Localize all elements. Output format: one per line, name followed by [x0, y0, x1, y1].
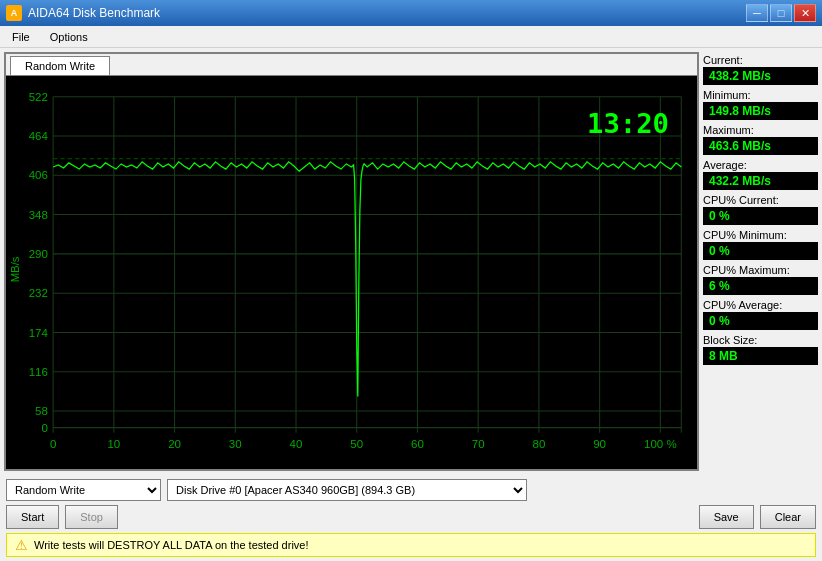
stat-average: Average: 432.2 MB/s — [703, 159, 818, 190]
title-bar-left: A AIDA64 Disk Benchmark — [6, 5, 160, 21]
minimize-button[interactable]: ─ — [746, 4, 768, 22]
drive-dropdown[interactable]: Disk Drive #0 [Apacer AS340 960GB] (894.… — [167, 479, 527, 501]
controls-row1: Random Write Sequential Read Sequential … — [6, 479, 816, 501]
stat-maximum: Maximum: 463.6 MB/s — [703, 124, 818, 155]
stat-cpu-maximum: CPU% Maximum: 6 % — [703, 264, 818, 295]
current-label: Current: — [703, 54, 818, 66]
svg-text:13:20: 13:20 — [587, 108, 669, 139]
cpu-minimum-value: 0 % — [703, 242, 818, 260]
tab-random-write[interactable]: Random Write — [10, 56, 110, 75]
svg-text:100 %: 100 % — [644, 438, 677, 450]
cpu-minimum-label: CPU% Minimum: — [703, 229, 818, 241]
stat-minimum: Minimum: 149.8 MB/s — [703, 89, 818, 120]
chart-area: 522 464 406 348 290 232 174 116 58 0 MB/… — [6, 76, 697, 469]
clear-button[interactable]: Clear — [760, 505, 816, 529]
menu-file[interactable]: File — [4, 29, 38, 45]
stat-cpu-average: CPU% Average: 0 % — [703, 299, 818, 330]
menu-options[interactable]: Options — [42, 29, 96, 45]
stat-cpu-current: CPU% Current: 0 % — [703, 194, 818, 225]
title-bar: A AIDA64 Disk Benchmark ─ □ ✕ — [0, 0, 822, 26]
current-value: 438.2 MB/s — [703, 67, 818, 85]
save-button[interactable]: Save — [699, 505, 754, 529]
cpu-average-value: 0 % — [703, 312, 818, 330]
stat-cpu-minimum: CPU% Minimum: 0 % — [703, 229, 818, 260]
cpu-current-label: CPU% Current: — [703, 194, 818, 206]
start-button[interactable]: Start — [6, 505, 59, 529]
svg-text:348: 348 — [29, 209, 48, 221]
warning-text: Write tests will DESTROY ALL DATA on the… — [34, 539, 309, 551]
svg-text:290: 290 — [29, 248, 48, 260]
chart-svg: 522 464 406 348 290 232 174 116 58 0 MB/… — [6, 76, 697, 469]
stop-button[interactable]: Stop — [65, 505, 118, 529]
svg-text:90: 90 — [593, 438, 606, 450]
svg-text:30: 30 — [229, 438, 242, 450]
svg-text:40: 40 — [290, 438, 303, 450]
svg-text:20: 20 — [168, 438, 181, 450]
content-area: Random Write — [0, 48, 822, 475]
maximum-label: Maximum: — [703, 124, 818, 136]
app-title: AIDA64 Disk Benchmark — [28, 6, 160, 20]
average-value: 432.2 MB/s — [703, 172, 818, 190]
cpu-maximum-value: 6 % — [703, 277, 818, 295]
close-button[interactable]: ✕ — [794, 4, 816, 22]
minimum-label: Minimum: — [703, 89, 818, 101]
svg-text:70: 70 — [472, 438, 485, 450]
block-size-label: Block Size: — [703, 334, 818, 346]
svg-text:60: 60 — [411, 438, 424, 450]
maximize-button[interactable]: □ — [770, 4, 792, 22]
test-type-dropdown[interactable]: Random Write Sequential Read Sequential … — [6, 479, 161, 501]
app-icon: A — [6, 5, 22, 21]
svg-text:174: 174 — [29, 327, 49, 339]
maximum-value: 463.6 MB/s — [703, 137, 818, 155]
block-size-value: 8 MB — [703, 347, 818, 365]
svg-text:116: 116 — [29, 366, 48, 378]
svg-text:0: 0 — [41, 422, 47, 434]
title-bar-buttons: ─ □ ✕ — [746, 4, 816, 22]
stat-block-size: Block Size: 8 MB — [703, 334, 818, 365]
warning-bar: ⚠ Write tests will DESTROY ALL DATA on t… — [6, 533, 816, 557]
chart-panel: Random Write — [4, 52, 699, 471]
svg-text:80: 80 — [533, 438, 546, 450]
chart-tabs: Random Write — [6, 54, 697, 76]
main-container: Random Write — [0, 48, 822, 561]
svg-text:522: 522 — [29, 91, 48, 103]
cpu-maximum-label: CPU% Maximum: — [703, 264, 818, 276]
svg-text:464: 464 — [29, 130, 49, 142]
svg-text:406: 406 — [29, 169, 48, 181]
svg-text:MB/s: MB/s — [9, 256, 21, 282]
svg-text:0: 0 — [50, 438, 56, 450]
cpu-current-value: 0 % — [703, 207, 818, 225]
svg-text:10: 10 — [107, 438, 120, 450]
svg-text:50: 50 — [350, 438, 363, 450]
menu-bar: File Options — [0, 26, 822, 48]
average-label: Average: — [703, 159, 818, 171]
svg-text:232: 232 — [29, 287, 48, 299]
stat-current: Current: 438.2 MB/s — [703, 54, 818, 85]
cpu-average-label: CPU% Average: — [703, 299, 818, 311]
minimum-value: 149.8 MB/s — [703, 102, 818, 120]
warning-icon: ⚠ — [15, 537, 28, 553]
right-panel: Current: 438.2 MB/s Minimum: 149.8 MB/s … — [703, 52, 818, 471]
controls-row2: Start Stop Save Clear — [6, 505, 816, 529]
svg-text:58: 58 — [35, 405, 48, 417]
bottom-controls: Random Write Sequential Read Sequential … — [0, 475, 822, 561]
